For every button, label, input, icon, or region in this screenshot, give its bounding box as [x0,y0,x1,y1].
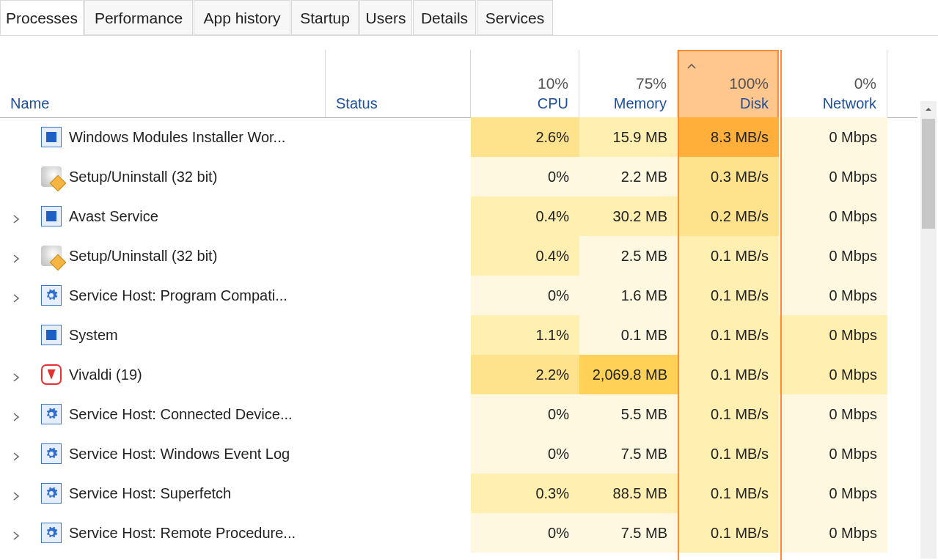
cell-disk: 8.3 MB/s [678,117,779,157]
cell-network: 0 Mbps [779,236,887,276]
cell-name: Service Host: Connected Device... [0,394,471,434]
cell-name: Avast Service [0,196,471,236]
cell-cpu: 0.4% [471,196,579,236]
cell-name: Service Host: Superfetch [0,474,471,513]
expand-chevron-icon[interactable] [11,488,21,498]
cell-memory: 0.1 MB [579,315,678,355]
cell-network: 0 Mbps [779,157,887,196]
process-name: Setup/Uninstall (32 bit) [69,169,217,185]
column-header-disk[interactable]: 100% Disk [678,50,779,117]
table-row[interactable]: Service Host: Connected Device...0%5.5 M… [0,394,917,434]
cell-cpu: 0% [471,434,579,474]
tab-details[interactable]: Details [413,0,476,35]
cell-cpu: 2.2% [471,355,579,394]
column-header-network[interactable]: 0% Network [779,50,887,117]
column-header-memory-label: Memory [614,94,667,113]
cell-cpu: 0% [471,157,579,196]
cell-memory: 2,069.8 MB [579,355,678,394]
process-name: Service Host: Superfetch [69,485,231,502]
expand-chevron-icon[interactable] [11,211,21,221]
expand-chevron-icon[interactable] [11,409,21,419]
tab-startup[interactable]: Startup [291,0,359,35]
table-row[interactable]: Avast Service0.4%30.2 MB0.2 MB/s0 Mbps [0,196,917,236]
process-name: Service Host: Windows Event Log [69,446,290,463]
tab-processes[interactable]: Processes [0,0,84,35]
cell-disk: 0.2 MB/s [678,196,779,236]
cell-name: Service Host: Remote Procedure... [0,513,471,553]
cell-disk: 0.1 MB/s [678,513,779,553]
table-row[interactable]: Setup/Uninstall (32 bit)0%2.2 MB0.3 MB/s… [0,157,917,196]
cell-name: Service Host: Windows Event Log [0,434,471,474]
cell-name: System [0,315,471,355]
cell-disk: 0.1 MB/s [678,394,779,434]
process-name: Service Host: Connected Device... [69,406,293,423]
gear-icon [41,404,62,424]
table-row[interactable]: Service Host: Program Compati...0%1.6 MB… [0,276,917,315]
scrollbar-thumb[interactable] [922,119,935,229]
cell-network: 0 Mbps [779,276,887,315]
cell-memory: 5.5 MB [579,394,678,434]
gear-icon [41,523,62,543]
table-row[interactable]: Setup/Uninstall (32 bit)0.4%2.5 MB0.1 MB… [0,236,917,276]
expand-chevron-icon[interactable] [11,251,21,261]
app-icon [41,206,62,226]
cell-memory: 30.2 MB [579,196,678,236]
column-header-memory[interactable]: 75% Memory [579,50,678,117]
scrollbar-button-up[interactable] [920,101,937,117]
gear-icon [41,443,62,464]
tab-services[interactable]: Services [477,0,553,35]
tab-app-history[interactable]: App history [194,0,290,35]
app-icon [41,325,62,345]
expand-chevron-icon[interactable] [11,528,21,538]
table-row[interactable]: Vivaldi (19)2.2%2,069.8 MB0.1 MB/s0 Mbps [0,355,917,394]
cell-memory: 2.5 MB [579,236,678,276]
column-header-disk-usage: 100% [729,73,769,94]
column-header-name[interactable]: Name [0,50,326,117]
cell-cpu: 0% [471,513,579,553]
installer-icon [41,166,62,187]
cell-cpu: 1.1% [471,315,579,355]
cell-disk: 0.1 MB/s [678,434,779,474]
cell-network: 0 Mbps [779,315,887,355]
table-row[interactable]: Service Host: Remote Procedure...0%7.5 M… [0,513,917,553]
table-row[interactable]: Service Host: Windows Event Log0%7.5 MB0… [0,434,917,474]
column-header-memory-usage: 75% [636,73,667,94]
cell-name: Vivaldi (19) [0,355,471,394]
cell-network: 0 Mbps [779,434,887,474]
vivaldi-icon [41,364,62,385]
process-name: Service Host: Program Compati... [69,287,287,304]
cell-network: 0 Mbps [779,117,887,157]
app-icon [41,127,62,147]
sort-indicator-icon [686,62,697,72]
column-header-network-usage: 0% [854,73,876,94]
column-header-disk-label: Disk [740,94,769,113]
cell-memory: 1.6 MB [579,276,678,315]
cell-network: 0 Mbps [779,394,887,434]
expand-chevron-icon[interactable] [11,369,21,380]
cell-disk: 0.1 MB/s [678,474,779,513]
table-row[interactable]: Service Host: Superfetch0.3%88.5 MB0.1 M… [0,474,917,513]
cell-memory: 15.9 MB [579,117,678,157]
expand-chevron-icon[interactable] [11,290,21,301]
cell-cpu: 0% [471,394,579,434]
vertical-scrollbar[interactable] [920,117,937,559]
tab-performance[interactable]: Performance [84,0,193,35]
column-header-status[interactable]: Status [326,50,471,117]
tab-users[interactable]: Users [359,0,412,35]
cell-network: 0 Mbps [779,355,887,394]
table-row[interactable]: Windows Modules Installer Wor...2.6%15.9… [0,117,917,157]
column-header-cpu-usage: 10% [538,73,568,94]
process-name: Avast Service [69,208,158,225]
process-name: System [69,327,118,344]
cell-network: 0 Mbps [779,196,887,236]
column-header-row: Name Status 10% CPU 75% Memory 100% Disk… [0,50,917,118]
table-row[interactable]: System1.1%0.1 MB0.1 MB/s0 Mbps [0,315,917,355]
cell-cpu: 0.3% [471,474,579,513]
expand-chevron-icon[interactable] [11,449,21,459]
installer-icon [41,246,62,266]
cell-network: 0 Mbps [779,474,887,513]
column-header-cpu-label: CPU [538,94,568,113]
cell-name: Service Host: Program Compati... [0,276,471,315]
column-header-cpu[interactable]: 10% CPU [471,50,579,117]
process-name: Setup/Uninstall (32 bit) [69,248,217,265]
